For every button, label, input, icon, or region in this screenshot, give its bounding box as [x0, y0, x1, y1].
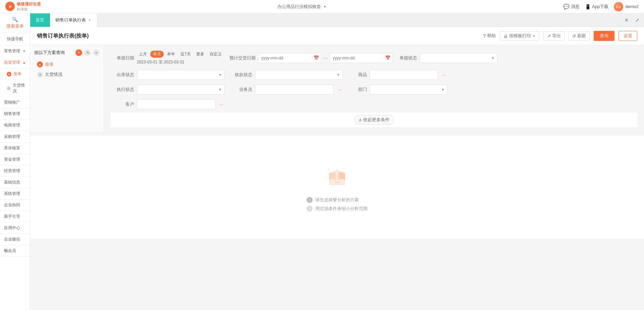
salesperson-input[interactable]: [255, 85, 333, 95]
scheme-collapse-btn[interactable]: «: [93, 49, 100, 56]
customer-dots-btn[interactable]: ···: [218, 102, 225, 107]
sidebar-item-wholesale[interactable]: 批发管理 ▲: [0, 57, 30, 68]
settings-btn[interactable]: 设置: [619, 31, 637, 41]
sidebar-item-inventory[interactable]: 库存核算: [0, 143, 30, 154]
salesperson-dots-btn[interactable]: ···: [336, 87, 343, 92]
query-btn[interactable]: 查询: [594, 31, 614, 41]
date-start-input[interactable]: [258, 53, 321, 63]
account-selector[interactable]: 办公用品行业模拟账套 ▼: [277, 4, 327, 10]
date-tab-more[interactable]: 更多: [194, 51, 206, 58]
delivery-status-label: 出库状态: [111, 72, 134, 78]
page-header-actions: ? 帮助 🖨 按模板打印 ▼ ↗ 导出 ↺ 刷新: [483, 31, 637, 41]
search-icon: 🔍: [12, 17, 18, 22]
refresh-btn[interactable]: ↺ 刷新: [569, 31, 590, 41]
export-btn[interactable]: ↗ 导出: [543, 31, 565, 41]
calendar-start-icon[interactable]: 📅: [314, 55, 319, 60]
user-area[interactable]: Ea demo2: [614, 2, 639, 11]
svg-point-7: [334, 178, 336, 180]
goods-label: 商品: [347, 72, 367, 78]
sidebar-item-retail[interactable]: 零售管理 ▼: [0, 46, 30, 57]
date-end-input[interactable]: [330, 53, 393, 63]
svg-point-8: [338, 178, 340, 180]
date-range-group: 📅 — 📅: [258, 53, 393, 63]
date-tab-this-year[interactable]: 本年: [165, 51, 177, 58]
date-tabs: 上月 本月 本年 近7天 更多 自定义: [137, 51, 225, 58]
help-btn[interactable]: ? 帮助: [483, 33, 496, 39]
sidebar-item-ecommerce[interactable]: 电商管理: [0, 120, 30, 131]
scheme-panel: 按以下方案查询 + ✎ « ● 按单 ◷ 欠货情况: [30, 45, 104, 133]
execution-status-wrapper: ▼: [137, 85, 225, 95]
collapse-btn[interactable]: ∧ 收起更多条件: [354, 115, 394, 124]
sidebar-item-appstore[interactable]: 应用中心: [0, 222, 30, 234]
filter-delivery-status: 出库状态 ▼: [111, 70, 225, 80]
content-area: 首页 销售订单执行表 × ✕ ⤢ 销售订单执行表(按单) ? 帮助: [30, 13, 644, 310]
scheme-edit-btn[interactable]: ✎: [84, 49, 91, 56]
goods-input[interactable]: [370, 70, 438, 80]
filter-expected-date: 预计交货日期 📅 — 📅: [229, 53, 393, 63]
expected-date-label: 预计交货日期: [229, 55, 256, 61]
filter-row-1: 单据日期 上月 本月 本年 近7天 更多 自定义 20: [111, 51, 637, 65]
goods-dots-btn[interactable]: ···: [441, 72, 447, 78]
sidebar-item-newbie[interactable]: 新手引导: [0, 211, 30, 222]
delivery-status-select[interactable]: [137, 70, 225, 80]
debt-icon: ◷: [7, 86, 11, 91]
export-icon: ↗: [547, 34, 551, 39]
tab-home[interactable]: 首页: [30, 13, 50, 27]
retail-expand-icon: ▼: [22, 49, 26, 53]
sidebar-item-operations[interactable]: 经营管理: [0, 165, 30, 177]
doc-status-select[interactable]: [420, 53, 497, 63]
filter-row-4: 客户 ···: [111, 99, 637, 109]
sidebar-sub-item-order[interactable]: ● 按单: [0, 68, 30, 80]
template-print-btn[interactable]: 🖨 按模板打印 ▼: [500, 31, 539, 41]
calendar-end-icon[interactable]: 📅: [385, 55, 390, 60]
tab-bar: 首页 销售订单执行表 × ✕ ⤢: [30, 13, 644, 27]
page-title: 销售订单执行表(按单): [37, 33, 89, 40]
sidebar-item-member[interactable]: 畅会员: [0, 245, 30, 257]
window-close-btn[interactable]: ✕: [623, 16, 631, 24]
date-tab-this-month[interactable]: 本月: [150, 51, 164, 58]
date-tab-last7[interactable]: 近7天: [178, 51, 193, 58]
sidebar-item-system[interactable]: 系统管理: [0, 188, 30, 200]
delivery-status-wrapper: ▼: [137, 70, 225, 80]
customer-input[interactable]: [137, 99, 215, 109]
sidebar-quick-nav[interactable]: 快捷导航: [0, 33, 30, 46]
sidebar-item-sales[interactable]: 销售管理: [0, 108, 30, 120]
date-tab-custom[interactable]: 自定义: [208, 51, 224, 58]
empty-step-2: 2 用过滤条件来缩小分析范围: [307, 206, 368, 212]
app-download-btn[interactable]: 📱 App下载: [585, 4, 608, 10]
department-select[interactable]: [370, 85, 447, 95]
sidebar-item-finance[interactable]: 资金管理: [0, 154, 30, 165]
svg-text:✦: ✦: [327, 168, 329, 171]
filter-customer: 客户 ···: [111, 99, 225, 109]
sidebar-item-marketing[interactable]: 营销推广: [0, 97, 30, 108]
refresh-icon: ↺: [572, 34, 576, 39]
step1-text: 请先选择要分析的方案: [315, 197, 359, 203]
step2-num: 2: [307, 206, 313, 212]
logo-area: 畅 畅捷通好生意 标准版: [5, 2, 41, 12]
wholesale-expand-icon: ▲: [22, 61, 26, 64]
scheme-add-btn[interactable]: +: [75, 49, 82, 56]
sidebar-item-purchase[interactable]: 采购管理: [0, 131, 30, 143]
tab-active[interactable]: 销售订单执行表 ×: [50, 13, 97, 27]
window-maximize-btn[interactable]: ⤢: [633, 16, 641, 24]
sidebar-item-enterprise[interactable]: 企业协同: [0, 200, 30, 211]
sidebar-sub-item-debt[interactable]: ◷ 欠货情况: [0, 80, 30, 97]
scheme-item-order[interactable]: ● 按单: [34, 59, 100, 69]
date-range-display: 2023-03-01 至 2023-03-31: [137, 59, 225, 65]
date-tab-last-month[interactable]: 上月: [137, 51, 149, 58]
scheme-item-arrears[interactable]: ◷ 欠货情况: [34, 69, 100, 80]
sidebar-item-basic[interactable]: 基础信息: [0, 177, 30, 188]
date-start-wrapper: 📅: [258, 53, 321, 63]
order-icon: ●: [7, 72, 11, 76]
filter-goods: 商品 ···: [347, 70, 447, 80]
execution-status-select[interactable]: [137, 85, 225, 95]
message-btn[interactable]: 💬 消息: [563, 4, 580, 10]
payment-status-label: 收款状态: [229, 72, 252, 78]
dropdown-icon[interactable]: ▼: [323, 5, 327, 9]
sidebar-search[interactable]: 🔍 搜索菜单: [0, 13, 30, 33]
quick-nav-label: 快捷导航: [7, 36, 23, 42]
tab-close-icon[interactable]: ×: [88, 17, 92, 23]
sidebar-item-wechat[interactable]: 企业微信: [0, 234, 30, 245]
payment-status-select[interactable]: [255, 70, 343, 80]
scheme-panel-title: 按以下方案查询: [34, 50, 65, 56]
